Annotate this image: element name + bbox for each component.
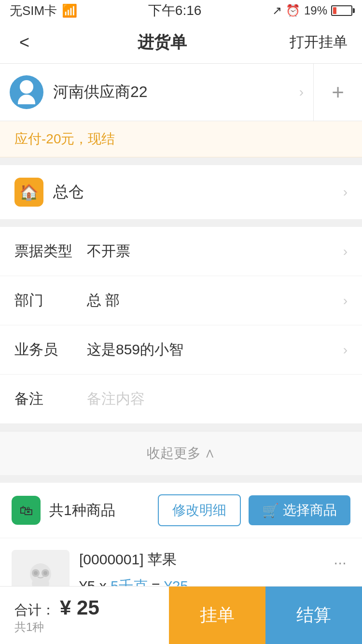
remark-row[interactable]: 备注 备注内容 <box>0 375 362 423</box>
svg-point-3 <box>34 571 38 575</box>
remark-input[interactable]: 备注内容 <box>72 389 348 409</box>
invoice-type-chevron-icon: › <box>343 244 348 259</box>
supplier-chevron-icon: › <box>299 84 304 100</box>
open-pending-button[interactable]: 打开挂单 <box>290 32 348 52</box>
payment-notice: 应付-20元，现结 <box>0 121 362 157</box>
invoice-type-value: 不开票 <box>72 241 343 261</box>
supplier-row[interactable]: 河南供应商22 › <box>0 64 314 121</box>
add-supplier-button[interactable]: + <box>314 64 362 121</box>
avatar-icon <box>18 80 35 104</box>
battery-percent: 19% <box>304 4 327 17</box>
main-content: 河南供应商22 › + 应付-20元，现结 🏠 总仓 › 票据类型 不开票 › … <box>0 64 362 644</box>
salesman-row[interactable]: 业务员 这是859的小智 › <box>0 325 362 375</box>
warehouse-icon: 🏠 <box>14 178 43 207</box>
product-title: 苹果 <box>148 551 177 567</box>
product-header: 🛍 共1种商品 修改明细 🛒 选择商品 <box>0 483 362 538</box>
modify-detail-button[interactable]: 修改明细 <box>158 494 241 526</box>
warehouse-section: 🏠 总仓 › <box>0 165 362 219</box>
status-time: 下午6:16 <box>148 1 202 20</box>
total-count: 共1种 <box>14 619 154 635</box>
alarm-icon: ⏰ <box>286 4 300 17</box>
select-product-button[interactable]: 🛒 选择商品 <box>249 495 350 525</box>
total-row: 合计： ¥ 25 <box>14 596 154 619</box>
department-row[interactable]: 部门 总 部 › <box>0 276 362 325</box>
product-code: [0000001] <box>79 551 143 567</box>
supplier-avatar <box>10 75 43 109</box>
total-section: 合计： ¥ 25 共1种 <box>0 587 169 644</box>
select-product-icon: 🛒 <box>262 503 279 518</box>
select-product-label: 选择商品 <box>283 501 337 519</box>
warehouse-chevron-icon: › <box>343 184 348 200</box>
warehouse-name: 总仓 <box>53 182 343 203</box>
status-left: 无SIM卡 📶 <box>10 2 77 19</box>
product-name: [0000001] 苹果 <box>79 550 330 570</box>
invoice-type-row[interactable]: 票据类型 不开票 › <box>0 227 362 276</box>
invoice-type-label: 票据类型 <box>14 241 72 261</box>
salesman-value: 这是859的小智 <box>72 340 343 360</box>
collapse-bar[interactable]: 收起更多 ∧ <box>0 431 362 475</box>
total-amount: ¥ 25 <box>60 596 99 619</box>
department-value: 总 部 <box>72 291 343 310</box>
back-button[interactable]: < <box>14 28 34 57</box>
remark-label: 备注 <box>14 389 72 409</box>
supplier-section: 河南供应商22 › + <box>0 64 362 121</box>
salesman-label: 业务员 <box>14 340 72 360</box>
form-section: 票据类型 不开票 › 部门 总 部 › 业务员 这是859的小智 › 备注 备注… <box>0 227 362 423</box>
carrier-text: 无SIM卡 <box>10 2 57 19</box>
bottom-bar: 合计： ¥ 25 共1种 挂单 结算 <box>0 586 362 644</box>
salesman-chevron-icon: › <box>343 342 348 358</box>
location-icon: ↗ <box>272 4 282 17</box>
wifi-icon: 📶 <box>62 3 77 18</box>
supplier-name: 河南供应商22 <box>53 82 299 103</box>
department-chevron-icon: › <box>343 293 348 308</box>
battery-icon <box>331 5 352 16</box>
warehouse-row[interactable]: 🏠 总仓 › <box>0 165 362 219</box>
department-label: 部门 <box>14 291 72 310</box>
nav-bar: < 进货单 打开挂单 <box>0 21 362 64</box>
page-title: 进货单 <box>138 31 187 54</box>
product-count-label: 共1种商品 <box>49 501 158 520</box>
status-bar: 无SIM卡 📶 下午6:16 ↗ ⏰ 19% <box>0 0 362 21</box>
svg-point-4 <box>43 571 47 575</box>
total-label: 合计： <box>14 601 55 619</box>
checkout-button[interactable]: 结算 <box>265 587 362 644</box>
status-right: ↗ ⏰ 19% <box>272 4 352 17</box>
product-more-button[interactable]: ··· <box>330 550 350 575</box>
product-bag-icon: 🛍 <box>12 496 41 525</box>
hang-order-button[interactable]: 挂单 <box>169 587 265 644</box>
